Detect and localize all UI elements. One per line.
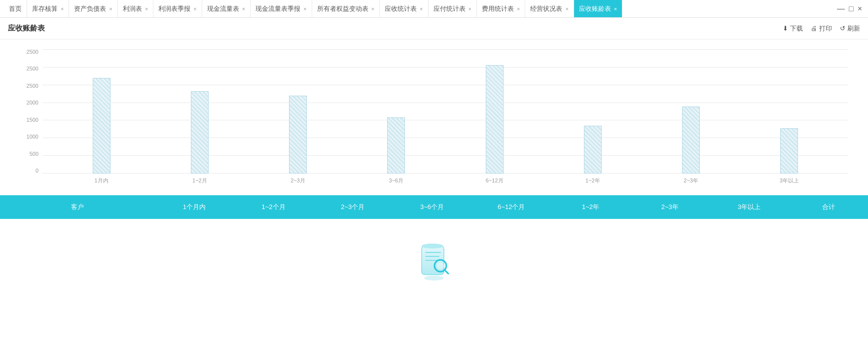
x-label-3: 3~6月: [381, 177, 411, 184]
bar-5: [584, 126, 602, 174]
tab-bar-actions: — □ ×: [837, 4, 864, 13]
tab-cashflow-quarterly-close[interactable]: ×: [303, 6, 306, 12]
tab-profit-quarterly[interactable]: 利润表季报 ×: [153, 0, 202, 18]
bar-group-6: [682, 106, 700, 174]
tab-inventory[interactable]: 库存核算 ×: [27, 0, 69, 18]
empty-state: [0, 219, 868, 303]
bar-0: [93, 78, 110, 174]
y-label-0: 0: [20, 168, 38, 174]
page-header: 应收账龄表 ⬇ 下载 🖨 打印 ↺ 刷新: [0, 18, 868, 39]
x-label-0: 1月内: [87, 177, 116, 184]
main-content: 0 500 1000 1500 2000 2500 2500 2500: [0, 39, 868, 355]
y-label-2500c: 2500: [20, 49, 38, 55]
tab-receivable-stat[interactable]: 应收统计表 ×: [380, 0, 428, 18]
svg-point-0: [424, 276, 444, 281]
bar-1: [191, 91, 209, 174]
bar-group-3: [387, 117, 405, 174]
tab-profit-close[interactable]: ×: [145, 6, 148, 12]
tab-operations-close[interactable]: ×: [565, 6, 568, 12]
y-label-2000: 2000: [20, 100, 38, 106]
y-label-2500b: 2500: [20, 66, 38, 71]
bar-group-7: [780, 128, 798, 174]
chart-container: 0 500 1000 1500 2000 2500 2500 2500: [20, 47, 848, 185]
bar-group-2: [289, 96, 307, 174]
x-label-4: 6~12月: [480, 177, 509, 184]
header-actions: ⬇ 下载 🖨 打印 ↺ 刷新: [783, 24, 860, 33]
x-label-2: 2~3月: [283, 177, 313, 184]
table-header-cell-9: 合计: [789, 203, 868, 212]
refresh-icon: ↺: [840, 25, 845, 32]
table-header-cell-8: 3年以上: [710, 203, 789, 212]
tab-balance-close[interactable]: ×: [109, 6, 112, 12]
empty-icon: [412, 239, 456, 283]
chart-inner: 1月内1~2月2~3月3~6月6~12月1~2年2~3年3年以上: [42, 47, 848, 185]
window-minimize[interactable]: —: [837, 4, 845, 13]
page-title: 应收账龄表: [8, 24, 45, 33]
tab-equity[interactable]: 所有者权益变动表 ×: [312, 0, 380, 18]
table-header-cell-4: 3~6个月: [393, 203, 472, 212]
bar-6: [682, 106, 700, 174]
table-header-cell-3: 2~3个月: [313, 203, 393, 212]
bars-area: [42, 49, 848, 174]
download-icon: ⬇: [783, 25, 788, 32]
tab-operations[interactable]: 经营状况表 ×: [525, 0, 574, 18]
bar-3: [387, 117, 405, 174]
tab-payable-stat[interactable]: 应付统计表 ×: [429, 0, 477, 18]
tab-equity-close[interactable]: ×: [371, 6, 374, 12]
x-label-5: 1~2年: [578, 177, 608, 184]
x-label-7: 3年以上: [774, 177, 804, 184]
x-labels: 1月内1~2月2~3月3~6月6~12月1~2年2~3年3年以上: [42, 176, 848, 185]
download-button[interactable]: ⬇ 下载: [783, 24, 803, 33]
print-button[interactable]: 🖨 打印: [811, 24, 832, 33]
y-label-1500: 1500: [20, 117, 38, 123]
bar-group-4: [486, 65, 504, 174]
chart-area: 0 500 1000 1500 2000 2500 2500 2500: [0, 39, 868, 195]
window-close[interactable]: ×: [858, 4, 862, 13]
bar-group-5: [584, 126, 602, 174]
bar-4: [486, 65, 504, 174]
table-header-cell-1: 1个月内: [154, 203, 234, 212]
table-header: 客户1个月内1~2个月2~3个月3~6个月6~12个月1~2年2~3年3年以上合…: [0, 195, 868, 219]
svg-point-8: [437, 262, 444, 269]
tab-expense-stat-close[interactable]: ×: [517, 6, 520, 12]
tab-aging-close[interactable]: ×: [614, 6, 617, 12]
y-label-1000: 1000: [20, 134, 38, 140]
svg-line-9: [444, 270, 448, 274]
bar-group-0: [93, 78, 110, 174]
bar-2: [289, 96, 307, 174]
bar-group-1: [191, 91, 209, 174]
x-label-1: 1~2月: [185, 177, 215, 184]
table-header-cell-2: 1~2个月: [234, 203, 313, 212]
tab-payable-stat-close[interactable]: ×: [469, 6, 471, 12]
y-axis: 0 500 1000 1500 2000 2500 2500 2500: [20, 47, 38, 185]
tab-expense-stat[interactable]: 费用统计表 ×: [477, 0, 525, 18]
tab-balance[interactable]: 资产负债表 ×: [69, 0, 117, 18]
tab-receivable-stat-close[interactable]: ×: [420, 6, 423, 12]
refresh-button[interactable]: ↺ 刷新: [840, 24, 860, 33]
tab-bar: 首页 库存核算 × 资产负债表 × 利润表 × 利润表季报 × 现金流量表 × …: [0, 0, 868, 18]
table-header-cell-5: 6~12个月: [471, 203, 551, 212]
print-icon: 🖨: [811, 25, 817, 32]
y-label-500: 500: [20, 151, 38, 157]
tab-cashflow[interactable]: 现金流量表 ×: [202, 0, 251, 18]
x-label-6: 2~3年: [676, 177, 706, 184]
tab-profit[interactable]: 利润表 ×: [118, 0, 153, 18]
svg-point-3: [422, 244, 443, 248]
tab-cashflow-quarterly[interactable]: 现金流量表季报 ×: [251, 0, 312, 18]
tab-profit-quarterly-close[interactable]: ×: [193, 6, 196, 12]
table-header-cell-6: 1~2年: [551, 203, 630, 212]
window-maximize[interactable]: □: [849, 4, 854, 13]
tab-cashflow-close[interactable]: ×: [242, 6, 245, 12]
tab-home[interactable]: 首页: [4, 0, 27, 18]
tab-inventory-close[interactable]: ×: [61, 6, 64, 12]
tab-aging[interactable]: 应收账龄表 ×: [574, 0, 622, 18]
bar-7: [780, 128, 798, 174]
table-header-cell-7: 2~3年: [630, 203, 710, 212]
table-header-cell-0: 客户: [0, 203, 154, 212]
y-label-2500a: 2500: [20, 83, 38, 89]
